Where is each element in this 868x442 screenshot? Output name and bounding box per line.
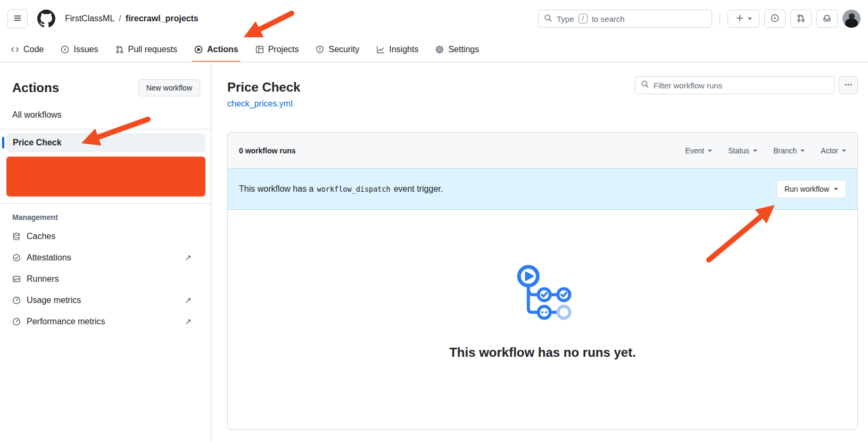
new-workflow-button[interactable]: New workflow — [138, 79, 200, 96]
hamburger-icon — [13, 14, 22, 24]
avatar-silhouette-torso — [845, 19, 858, 28]
play-icon — [194, 45, 203, 54]
sidebar-item-usage-metrics[interactable]: Usage metrics ↗ — [0, 290, 211, 311]
search-icon — [544, 14, 552, 24]
tab-pull-requests[interactable]: Pull requests — [110, 38, 183, 61]
chevron-down-icon — [800, 150, 805, 154]
breadcrumb-repo-link[interactable]: firecrawl_projects — [126, 14, 199, 23]
tab-security[interactable]: Security — [310, 38, 365, 61]
verified-badge-icon — [12, 253, 21, 262]
workflow-graph-illustration — [513, 262, 573, 324]
sidebar-item-runners[interactable]: Runners — [0, 268, 211, 290]
slash-key-chip: / — [578, 14, 588, 23]
filter-workflow-runs-input[interactable] — [654, 81, 829, 90]
shield-icon — [316, 45, 324, 54]
github-actions-page: FirstClassML / firecrawl_projects Type /… — [0, 0, 868, 442]
git-pull-request-icon — [797, 14, 805, 24]
empty-state: This workflow has no runs yet. — [228, 210, 857, 429]
tab-label: Security — [328, 45, 359, 54]
actions-sidebar: Actions New workflow All workflows Price… — [0, 62, 211, 441]
breadcrumb-owner-link[interactable]: FirstClassML — [65, 14, 114, 23]
breadcrumb-separator: / — [119, 14, 121, 23]
runs-filter-bar: Event Status Branch Actor — [685, 146, 846, 155]
tab-label: Issues — [73, 45, 98, 54]
sidebar-divider — [0, 203, 211, 204]
workflow-dispatch-banner: This workflow has a workflow_dispatch ev… — [228, 169, 857, 210]
runs-panel-header: 0 workflow runs Event Status Branch — [228, 133, 857, 169]
workflow-runs-panel: 0 workflow runs Event Status Branch — [227, 132, 858, 430]
management-list: Caches Attestations ↗ Runners — [0, 226, 211, 332]
run-workflow-button[interactable]: Run workflow — [776, 180, 846, 198]
search-placeholder-prefix: Type — [557, 14, 574, 23]
tab-code[interactable]: Code — [5, 38, 49, 61]
inbox-icon — [823, 14, 831, 24]
redacted-workflow-item[interactable] — [6, 157, 205, 197]
tab-issues[interactable]: Issues — [55, 38, 103, 61]
github-logo-icon[interactable] — [37, 10, 55, 28]
tab-projects[interactable]: Projects — [250, 38, 304, 61]
workflow-options-button[interactable] — [839, 76, 858, 94]
tab-label: Actions — [207, 45, 238, 54]
sidebar-item-attestations[interactable]: Attestations ↗ — [0, 247, 211, 268]
filter-label: Actor — [821, 146, 838, 155]
sidebar-item-performance-metrics[interactable]: Performance metrics ↗ — [0, 311, 211, 332]
sidebar-item-label: Usage metrics — [27, 296, 81, 305]
repo-tab-bar: Code Issues Pull requests Actions Projec… — [0, 37, 868, 62]
header-divider — [720, 13, 720, 24]
sidebar-item-all-workflows[interactable]: All workflows — [12, 110, 199, 120]
create-new-button[interactable] — [728, 10, 759, 28]
empty-state-title: This workflow has no runs yet. — [449, 345, 636, 360]
chevron-down-icon — [753, 150, 757, 154]
status-filter-dropdown[interactable]: Status — [728, 146, 757, 155]
sidebar-divider — [0, 129, 211, 129]
page-title: Price Check — [227, 79, 300, 95]
chevron-down-icon — [748, 18, 752, 22]
external-link-icon: ↗ — [185, 253, 192, 263]
hamburger-menu-button[interactable] — [7, 9, 28, 28]
tab-label: Pull requests — [128, 45, 178, 54]
branch-filter-dropdown[interactable]: Branch — [773, 146, 805, 155]
workflow-runs-count: 0 workflow runs — [239, 146, 296, 155]
tab-label: Insights — [389, 45, 418, 54]
tab-label: Code — [23, 45, 44, 54]
filter-label: Status — [728, 146, 749, 155]
graph-icon — [376, 45, 385, 54]
actor-filter-dropdown[interactable]: Actor — [821, 146, 846, 155]
tab-settings[interactable]: Settings — [430, 38, 484, 61]
event-filter-dropdown[interactable]: Event — [685, 146, 712, 155]
issues-header-button[interactable] — [764, 10, 786, 28]
inbox-header-button[interactable] — [816, 10, 838, 28]
sidebar-item-price-check[interactable]: Price Check — [6, 133, 205, 152]
global-header: FirstClassML / firecrawl_projects Type /… — [0, 0, 868, 37]
tab-insights[interactable]: Insights — [371, 38, 424, 61]
sidebar-item-label: Runners — [27, 274, 59, 284]
external-link-icon: ↗ — [185, 296, 192, 305]
content-area: Actions New workflow All workflows Price… — [0, 62, 868, 441]
database-icon — [12, 232, 21, 241]
meter-icon — [12, 317, 21, 326]
banner-text: This workflow has a workflow_dispatch ev… — [239, 184, 443, 194]
chevron-down-icon — [708, 150, 712, 154]
tab-label: Settings — [448, 45, 479, 54]
user-avatar[interactable] — [842, 10, 861, 28]
sidebar-item-caches[interactable]: Caches — [0, 226, 211, 247]
banner-text-suffix: event trigger. — [394, 184, 443, 194]
selected-accent-bar — [2, 137, 4, 149]
server-icon — [12, 275, 21, 283]
chevron-down-icon — [842, 150, 846, 154]
filter-workflow-runs-box — [635, 76, 834, 94]
sidebar-title: Actions — [12, 80, 59, 95]
tab-actions[interactable]: Actions — [189, 38, 244, 61]
table-icon — [255, 45, 264, 54]
search-icon — [641, 80, 649, 91]
chevron-down-icon — [834, 188, 838, 192]
search-placeholder-suffix: to search — [592, 14, 625, 23]
filter-label: Branch — [773, 146, 797, 155]
pull-requests-header-button[interactable] — [790, 10, 812, 28]
git-pull-request-icon — [115, 45, 124, 54]
issue-opened-icon — [61, 45, 69, 54]
gear-icon — [435, 45, 444, 54]
global-search-input[interactable]: Type / to search — [538, 10, 712, 28]
workflow-file-link[interactable]: check_prices.yml — [227, 99, 293, 109]
management-section-label: Management — [12, 213, 199, 222]
